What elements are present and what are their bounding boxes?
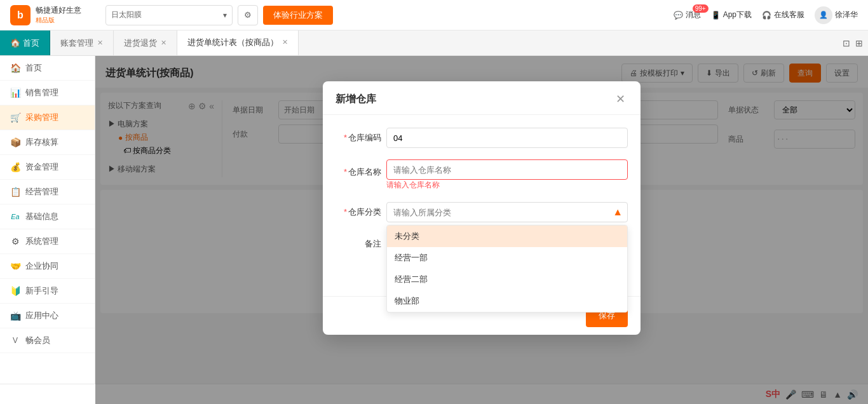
customer-service-label: 在线客服 [774, 10, 804, 20]
modal-title: 新增仓库 [336, 93, 376, 106]
name-input[interactable] [386, 159, 628, 180]
modal-body: 仓库编码 仓库名称 请输入仓库名称 [323, 115, 641, 296]
sidebar-item-basicinfo[interactable]: Ea 基础信息 [0, 205, 95, 229]
sidebar-finance-label: 资金管理 [25, 161, 58, 173]
notification-badge: 99+ [693, 4, 709, 13]
logo-area: b 畅捷通好生意 精品版 [10, 5, 105, 25]
name-label: 仓库名称 [336, 162, 386, 178]
sidebar-basicinfo-label: 基础信息 [25, 211, 58, 222]
sidebar-item-guide[interactable]: 🔰 新手引导 [0, 279, 95, 304]
settings-gear-button[interactable]: ⚙ [238, 5, 258, 25]
name-field-row: 仓库名称 请输入仓库名称 [336, 159, 628, 191]
category-dropdown: 未分类 经营一部 经营二部 物业部 [386, 225, 628, 313]
sidebar-item-home[interactable]: 🏠 首页 [0, 56, 95, 81]
add-warehouse-modal: 新增仓库 ✕ 仓库编码 仓库名称 [323, 81, 641, 335]
dropdown-item-property[interactable]: 物业部 [387, 290, 627, 312]
product-search-box[interactable]: 日太阳膜 ▾ [105, 5, 233, 25]
dropdown-item-dept1[interactable]: 经营一部 [387, 247, 627, 269]
user-avatar-item[interactable]: 👤 徐泽华 [815, 6, 858, 24]
sidebar-purchase-label: 采购管理 [25, 112, 58, 123]
top-header: b 畅捷通好生意 精品版 日太阳膜 ▾ ⚙ 体验行业方案 💬 消息 99+ 📱 … [0, 0, 868, 30]
tab-controls: ⊡ ⊞ [837, 38, 868, 48]
sidebar-item-appcenter[interactable]: 📺 应用中心 [0, 304, 95, 328]
sidebar: 🏠 首页 📊 销售管理 🛒 采购管理 📦 库存核算 💰 资金管理 📋 经营管理 … [0, 56, 95, 404]
search-value: 日太阳膜 [111, 10, 142, 20]
sidebar-inventory-label: 库存核算 [25, 137, 58, 148]
category-field-row: 仓库分类 ▲ 未分类 经营一部 经营二部 物业部 [336, 202, 628, 222]
sidebar-member-label: 畅会员 [25, 335, 50, 346]
username-label: 徐泽华 [835, 10, 858, 20]
tab-purchase-return-close[interactable]: ✕ [161, 39, 166, 47]
tab-purchase-stats-close[interactable]: ✕ [282, 38, 288, 46]
finance-icon: 💰 [10, 162, 20, 172]
avatar: 👤 [815, 6, 832, 24]
sales-icon: 📊 [10, 88, 20, 98]
modal-header: 新增仓库 ✕ [323, 81, 641, 115]
system-icon: ⚙ [10, 236, 20, 246]
sidebar-item-purchase[interactable]: 🛒 采购管理 [0, 105, 95, 130]
sidebar-appcenter-label: 应用中心 [25, 310, 58, 321]
notification-item[interactable]: 💬 消息 99+ [674, 10, 701, 20]
tab-accounts-close[interactable]: ✕ [97, 39, 103, 47]
modal-overlay: 新增仓库 ✕ 仓库编码 仓库名称 [95, 56, 868, 404]
tab-home[interactable]: 🏠 首页 [0, 30, 50, 56]
tab-expand-button[interactable]: ⊞ [855, 38, 863, 48]
mobile-icon: 📱 [711, 11, 721, 20]
sidebar-item-system[interactable]: ⚙ 系统管理 [0, 229, 95, 254]
customer-service-item[interactable]: 🎧 在线客服 [762, 10, 804, 20]
tab-purchase-return-label: 进货退货 [124, 37, 157, 49]
sidebar-home-label: 首页 [25, 62, 42, 74]
tab-purchase-stats[interactable]: 进货单统计表（按商品） ✕ [177, 30, 299, 56]
notes-label: 备注 [336, 234, 386, 250]
logo-text: 畅捷通好生意 精品版 [36, 5, 81, 25]
dropdown-item-uncategorized[interactable]: 未分类 [387, 226, 627, 247]
logo-icon: b [10, 5, 31, 25]
tab-minimize-button[interactable]: ⊡ [843, 38, 850, 48]
tab-purchase-stats-label: 进货单统计表（按商品） [187, 37, 278, 48]
headset-icon: 🎧 [762, 11, 771, 20]
operations-icon: 📋 [10, 187, 20, 197]
sidebar-item-operations[interactable]: 📋 经营管理 [0, 180, 95, 205]
sidebar-item-collab[interactable]: 🤝 企业协同 [0, 254, 95, 279]
sidebar-sales-label: 销售管理 [25, 87, 58, 98]
category-input[interactable] [386, 202, 628, 222]
collab-icon: 🤝 [10, 261, 20, 271]
header-search-area: 日太阳膜 ▾ ⚙ 体验行业方案 [105, 5, 674, 25]
basicinfo-icon: Ea [10, 213, 20, 220]
purchase-icon: 🛒 [10, 112, 20, 123]
member-icon: V [10, 336, 20, 345]
chevron-down-icon: ▾ [223, 11, 227, 20]
main-layout: 🏠 首页 📊 销售管理 🛒 采购管理 📦 库存核算 💰 资金管理 📋 经营管理 … [0, 56, 868, 404]
code-field-row: 仓库编码 [336, 128, 628, 148]
sidebar-item-member[interactable]: V 畅会员 [0, 328, 95, 353]
tab-accounts[interactable]: 账套管理 ✕ [50, 30, 114, 56]
app-download-label: App下载 [723, 10, 752, 20]
name-error-message: 请输入仓库名称 [386, 180, 440, 191]
sidebar-operations-label: 经营管理 [25, 186, 58, 198]
sidebar-item-inventory[interactable]: 📦 库存核算 [0, 130, 95, 155]
header-right: 💬 消息 99+ 📱 App下载 🎧 在线客服 👤 徐泽华 [674, 6, 858, 24]
inventory-icon: 📦 [10, 137, 20, 147]
tab-accounts-label: 账套管理 [60, 37, 93, 49]
trial-button[interactable]: 体验行业方案 [263, 6, 333, 25]
tab-bar: 🏠 首页 账套管理 ✕ 进货退货 ✕ 进货单统计表（按商品） ✕ ⊡ ⊞ [0, 30, 868, 56]
app-download-item[interactable]: 📱 App下载 [711, 10, 752, 20]
logo-badge: 精品版 [36, 16, 81, 25]
message-icon: 💬 [674, 11, 683, 20]
sidebar-guide-label: 新手引导 [25, 285, 58, 297]
home-icon: 🏠 [10, 38, 20, 48]
code-label: 仓库编码 [336, 128, 386, 144]
sidebar-item-finance[interactable]: 💰 资金管理 [0, 155, 95, 180]
category-select-wrapper: ▲ 未分类 经营一部 经营二部 物业部 [386, 202, 628, 222]
code-input[interactable] [386, 128, 628, 148]
guide-icon: 🔰 [10, 286, 20, 296]
sidebar-system-label: 系统管理 [25, 236, 58, 247]
sidebar-item-sales[interactable]: 📊 销售管理 [0, 81, 95, 105]
modal-close-button[interactable]: ✕ [613, 91, 628, 107]
content-area: 进货单统计(按商品) 🖨 按模板打印 ▾ ⬇ 导出 ↺ 刷新 查询 设置 [95, 56, 868, 404]
category-label: 仓库分类 [336, 202, 386, 218]
dropdown-item-dept2[interactable]: 经营二部 [387, 269, 627, 290]
home-icon: 🏠 [10, 63, 20, 73]
sidebar-collab-label: 企业协同 [25, 260, 58, 272]
tab-purchase-return[interactable]: 进货退货 ✕ [114, 30, 177, 56]
